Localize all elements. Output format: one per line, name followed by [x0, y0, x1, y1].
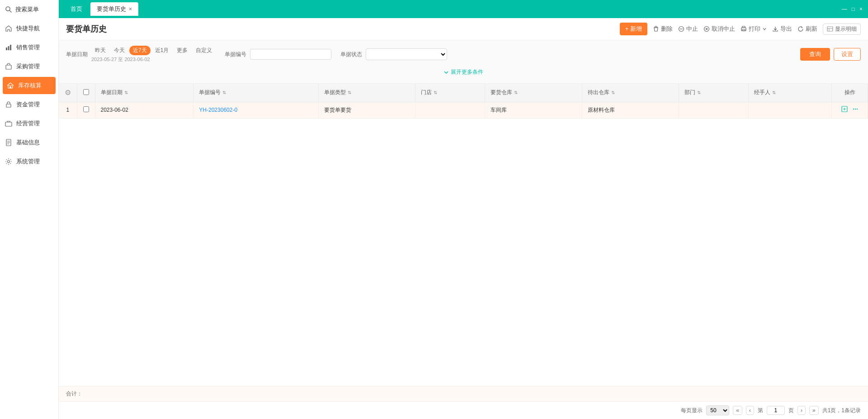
row-store	[415, 102, 485, 118]
table-row: 1 2023-06-02 YH-20230602-0 要货单要货 车间库 原材料…	[59, 102, 868, 118]
svg-line-1	[9, 10, 11, 12]
table-header-department[interactable]: 部门 ⇅	[679, 84, 749, 102]
table-header-doc-no[interactable]: 单据编号 ⇅	[193, 84, 319, 102]
row-more-icon[interactable]	[852, 105, 859, 114]
print-icon	[741, 26, 747, 32]
sidebar-item-system[interactable]: 系统管理	[0, 152, 58, 171]
settings-button[interactable]: 设置	[834, 48, 861, 61]
sidebar-item-label: 采购管理	[16, 62, 40, 71]
svg-point-14	[8, 161, 10, 163]
next-page-btn[interactable]: ›	[797, 406, 806, 415]
sidebar-item-inventory[interactable]: 库存核算	[3, 77, 56, 94]
page-input[interactable]	[767, 406, 785, 415]
sidebar-item-label: 资金管理	[16, 100, 40, 109]
cancel-stop-icon	[703, 26, 710, 32]
stop-button[interactable]: 中止	[678, 25, 698, 33]
data-table: ⚙ 单据日期 ⇅ 单据编号	[59, 84, 868, 119]
table-header-action: 操作	[832, 84, 868, 102]
sidebar-item-purchase[interactable]: 采购管理	[0, 57, 58, 76]
date-btn-7days[interactable]: 近7天	[129, 46, 151, 55]
page-header: 要货单历史 + 新增 删除 中止 取消中止 打印	[59, 18, 868, 40]
table-header-doc-type[interactable]: 单据类型 ⇅	[319, 84, 415, 102]
date-btn-custom[interactable]: 自定义	[192, 46, 216, 55]
tab-close-icon[interactable]: ×	[129, 6, 132, 12]
delete-button[interactable]: 删除	[653, 25, 673, 33]
go-to-unit: 页	[788, 407, 794, 414]
expand-more-btn[interactable]: 展开更多条件	[66, 67, 861, 78]
row-action	[832, 102, 868, 118]
page-title: 要货单历史	[66, 24, 107, 34]
sort-icon: ⇅	[124, 90, 128, 95]
sidebar-item-basic[interactable]: 基础信息	[0, 133, 58, 152]
svg-rect-15	[655, 26, 657, 28]
status-select[interactable]	[366, 48, 447, 60]
refresh-button[interactable]: 刷新	[797, 25, 817, 33]
sidebar-item-label: 基础信息	[16, 138, 40, 147]
doc-no-filter-group: 单据编号	[225, 49, 331, 60]
tab-home[interactable]: 首页	[64, 2, 89, 16]
svg-rect-21	[742, 29, 745, 31]
date-btn-more[interactable]: 更多	[173, 46, 191, 55]
print-button[interactable]: 打印	[741, 25, 767, 33]
prev-page-btn[interactable]: ‹	[746, 406, 754, 415]
window-close-btn[interactable]: ×	[859, 6, 863, 12]
display-detail-button[interactable]: 显示明细	[823, 24, 861, 35]
date-range-display: 2023-05-27 至 2023-06-02	[91, 56, 216, 63]
table-header-handler[interactable]: 经手人 ⇅	[748, 84, 831, 102]
sidebar-search[interactable]: 搜索菜单	[0, 0, 58, 19]
sidebar-item-finance[interactable]: 资金管理	[0, 95, 58, 114]
main-area: 首页 要货单历史 × — □ × 要货单历史 + 新增 删除 中止	[59, 0, 868, 419]
sidebar-item-sales[interactable]: 销售管理	[0, 38, 58, 57]
window-maximize-btn[interactable]: □	[852, 6, 855, 12]
table-header-doc-date[interactable]: 单据日期 ⇅	[95, 84, 193, 102]
sort-icon: ⇅	[611, 90, 615, 95]
last-page-btn[interactable]: »	[809, 406, 819, 415]
lock-icon	[5, 100, 13, 109]
date-btn-1month[interactable]: 近1月	[151, 46, 173, 55]
sidebar-item-operations[interactable]: 经营管理	[0, 114, 58, 133]
date-filter-label: 单据日期	[66, 51, 88, 58]
row-doc-no: YH-20230602-0	[193, 102, 319, 118]
first-page-btn[interactable]: «	[733, 406, 742, 415]
page-size-label: 每页显示	[681, 407, 703, 414]
row-select-checkbox[interactable]	[83, 106, 89, 112]
date-btn-yesterday[interactable]: 昨天	[91, 46, 109, 55]
row-doc-date: 2023-06-02	[95, 102, 193, 118]
date-btn-today[interactable]: 今天	[110, 46, 128, 55]
query-button[interactable]: 查询	[800, 48, 830, 61]
doc-no-label: 单据编号	[225, 51, 246, 58]
table-wrap: ⚙ 单据日期 ⇅ 单据编号	[59, 84, 868, 386]
search-icon	[5, 5, 13, 14]
cancel-stop-button[interactable]: 取消中止	[703, 25, 735, 33]
svg-rect-3	[8, 46, 9, 50]
bag-icon	[5, 62, 13, 71]
sort-icon: ⇅	[222, 90, 226, 95]
table-settings-icon[interactable]: ⚙	[65, 89, 71, 96]
sidebar-search-label: 搜索菜单	[15, 5, 39, 14]
new-button[interactable]: + 新增	[620, 23, 647, 35]
house-icon	[6, 81, 14, 90]
doc-no-input[interactable]	[250, 49, 331, 60]
select-all-checkbox[interactable]	[83, 89, 89, 95]
sidebar-item-label: 系统管理	[16, 157, 40, 166]
sidebar-item-quick-nav[interactable]: 快捷导航	[0, 19, 58, 38]
export-button[interactable]: 导出	[772, 25, 792, 33]
topbar-right: — □ ×	[842, 6, 863, 12]
window-minimize-btn[interactable]: —	[842, 6, 847, 12]
content-area: 要货单历史 + 新增 删除 中止 取消中止 打印	[59, 18, 868, 419]
table-header-req-warehouse[interactable]: 要货仓库 ⇅	[485, 84, 582, 102]
table-header-pending-warehouse[interactable]: 待出仓库 ⇅	[582, 84, 679, 102]
home-icon	[5, 24, 13, 33]
table-checkbox-col	[77, 84, 95, 102]
table-footer: 合计：	[59, 386, 868, 401]
sort-icon: ⇅	[697, 90, 701, 95]
filter-action-group: 查询 设置	[800, 48, 861, 61]
svg-rect-7	[9, 86, 11, 88]
row-edit-icon[interactable]	[841, 105, 848, 114]
total-info: 共1页，1条记录	[822, 407, 861, 414]
print-dropdown-icon	[762, 27, 767, 31]
tab-requisition-history[interactable]: 要货单历史 ×	[90, 2, 138, 16]
table-header-store[interactable]: 门店 ⇅	[415, 84, 485, 102]
doc-no-link[interactable]: YH-20230602-0	[199, 107, 237, 113]
page-size-select[interactable]: 50 20 100	[706, 405, 729, 415]
